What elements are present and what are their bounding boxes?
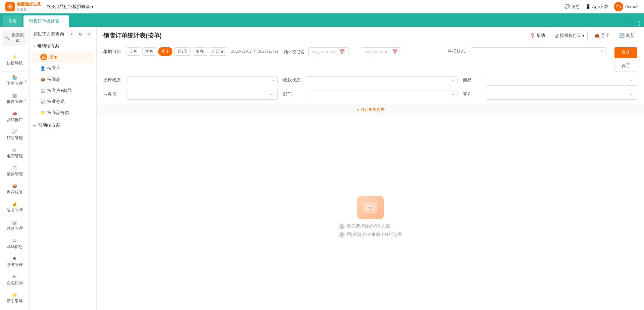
sidebar-item-enterprise[interactable]: 🏛 企业协同 xyxy=(2,272,27,289)
delivery-start-calendar-icon[interactable]: 📅 xyxy=(339,49,345,54)
sidebar-item-apps[interactable]: 🔲 应用中心 xyxy=(2,308,27,310)
tree-item-by-customer-product-label: 按客户+商品 xyxy=(47,88,72,94)
tree-item-by-salesperson-label: 按业务员 xyxy=(47,99,65,105)
app-download-button[interactable]: 📱 App下载 xyxy=(585,4,608,10)
left-panel-title: 按以下方案查询 xyxy=(34,31,64,37)
sidebar: 🔍 搜索菜单 ⚡ 快捷导航 🏪 零售管理 ▾ 🏢 批发管理 ▴ 📣 营销推广 📈 xyxy=(0,27,30,310)
expected-delivery-start-input[interactable]: yyyy-mm-dd 📅 xyxy=(308,47,348,56)
content-area: 按以下方案查询 + ⚙ « ▾ 电脑端方案 按 按单 👤 xyxy=(30,27,644,310)
logo-area: 畅捷通好生意 标准版 xyxy=(5,1,41,12)
basics-icon: 🗂 xyxy=(13,238,17,243)
print-icon: 🖨 xyxy=(555,33,559,38)
payment-status-group: 收款状态 ▾ xyxy=(283,76,458,84)
svg-point-3 xyxy=(371,207,372,208)
by-salesperson-icon: 📊 xyxy=(40,99,45,104)
workspace-selector[interactable]: 办公用品行业模拟账套 ▾ xyxy=(44,2,96,11)
sidebar-item-inventory[interactable]: 📦 库存核算 xyxy=(2,181,27,198)
refresh-label: 刷新 xyxy=(626,33,635,39)
quick-nav-icon: ⚡ xyxy=(12,55,17,59)
tree-item-by-order[interactable]: 按 按单 xyxy=(32,51,94,63)
date-btn-custom[interactable]: 自定义 xyxy=(209,47,227,56)
salesperson-dots-icon[interactable]: ··· xyxy=(270,91,274,97)
customer-dots-icon[interactable]: ··· xyxy=(629,91,634,97)
collapse-bar[interactable]: ∧ 收起更多条件 xyxy=(97,104,644,115)
sidebar-item-operations[interactable]: 📊 经营管理 xyxy=(2,217,27,234)
expected-delivery-end-input[interactable]: yyyy-mm-dd 📅 xyxy=(361,47,401,56)
export-button[interactable]: 📤 导出 xyxy=(592,31,612,40)
date-btn-last-7-days[interactable]: 近7天 xyxy=(174,47,191,56)
tree-item-by-customer-product[interactable]: 📋 按客户+商品 xyxy=(32,85,94,96)
refresh-button[interactable]: 🔄 刷新 xyxy=(616,31,637,40)
sidebar-item-sales[interactable]: 📈 销售管理 xyxy=(2,127,27,144)
sidebar-retail-label: 零售管理 xyxy=(7,81,23,87)
newbie-icon: 🌟 xyxy=(12,293,17,297)
wholesale-icon: 🏢 xyxy=(12,93,17,98)
print-button[interactable]: 🖨 按模板打印 ▾ xyxy=(552,31,588,40)
tab-active[interactable]: 销售订单统计表 × xyxy=(23,15,69,27)
setting-button[interactable]: 设置 xyxy=(614,60,637,71)
date-btn-more[interactable]: 更多 xyxy=(193,47,207,56)
date-btn-this-month[interactable]: 本月 xyxy=(142,47,156,56)
add-scheme-button[interactable]: + xyxy=(68,31,75,38)
tree-section-mobile-header[interactable]: ▶ 移动端方案 xyxy=(32,120,94,130)
tree-section-mobile: ▶ 移动端方案 xyxy=(32,120,94,130)
sidebar-search-label: 搜索菜单 xyxy=(11,32,24,44)
message-button[interactable]: 💬 消息 xyxy=(565,4,580,10)
tab-maximize-btn[interactable]: ⛶ xyxy=(635,21,640,27)
page-header-row: 销售订单统计表(按单) ❓ 帮助 🖨 按模板打印 ▾ 📤 xyxy=(103,31,637,40)
customer-label: 客户 xyxy=(463,91,483,97)
date-btn-last-month[interactable]: 上月 xyxy=(126,47,140,56)
status-select[interactable]: ▾ xyxy=(471,47,606,55)
sidebar-item-ecommerce[interactable]: 🛒 电商管理 xyxy=(2,145,27,162)
by-product-icon: 📦 xyxy=(40,77,45,82)
system-icon: ⚙ xyxy=(13,256,16,261)
tree-section-pc: ▾ 电脑端方案 按 按单 👤 按客户 📦 按商品 📋 按客户+商品 xyxy=(32,41,94,118)
department-select[interactable]: ▾ xyxy=(306,91,458,98)
sidebar-item-purchase[interactable]: 📋 采购管理 xyxy=(2,163,27,180)
sidebar-item-wholesale[interactable]: 🏢 批发管理 ▴ xyxy=(2,91,27,107)
customer-input[interactable]: ··· xyxy=(486,89,637,100)
salesperson-input[interactable]: ··· xyxy=(126,89,278,100)
sidebar-item-finance[interactable]: 💰 资金管理 xyxy=(2,199,27,216)
delivery-status-select[interactable]: ▾ xyxy=(126,76,278,84)
sidebar-item-marketing[interactable]: 📣 营销推广 xyxy=(2,109,27,125)
date-btn-this-year[interactable]: 本年 xyxy=(158,47,172,56)
retail-icon: 🏪 xyxy=(12,75,17,80)
by-product-category-icon: 📁 xyxy=(40,110,45,115)
product-dots-icon[interactable]: ··· xyxy=(629,77,634,83)
search-icon: 🔍 xyxy=(5,36,10,40)
tree-item-by-salesperson[interactable]: 📊 按业务员 xyxy=(32,96,94,107)
date-filter-group: 单据日期 上月 本月 本年 近7天 更多 自定义 2023-01-01 至 20… xyxy=(103,47,278,56)
sidebar-item-basics[interactable]: 🗂 基础信息 xyxy=(2,236,27,252)
tree-item-by-product[interactable]: 📦 按商品 xyxy=(32,74,94,85)
settings-scheme-button[interactable]: ⚙ xyxy=(77,31,84,38)
wholesale-expand-icon: ▴ xyxy=(25,97,26,101)
delivery-end-calendar-icon[interactable]: 📅 xyxy=(392,49,397,54)
collapse-panel-button[interactable]: « xyxy=(86,31,92,38)
status-select-arrow: ▾ xyxy=(601,49,603,53)
payment-status-select[interactable]: ▾ xyxy=(306,76,458,84)
tab-home-label: 首页 xyxy=(8,18,17,23)
tab-home[interactable]: 首页 xyxy=(3,15,22,27)
sidebar-item-newbie[interactable]: 🌟 新手引导 xyxy=(2,290,27,307)
help-button[interactable]: ❓ 帮助 xyxy=(527,31,548,40)
tab-minimize-btn[interactable]: — xyxy=(627,21,632,27)
sidebar-item-system[interactable]: ⚙ 系统管理 xyxy=(2,254,27,270)
user-profile-button[interactable]: Ea demo2 xyxy=(614,2,639,11)
tree-item-by-product-category[interactable]: 📁 按商品分类 xyxy=(32,107,94,118)
sidebar-sales-label: 销售管理 xyxy=(7,135,23,141)
empty-hint-list: 1 请先选择要分析的方案 2 用[过滤]条件来缩小分析范围 xyxy=(339,223,401,240)
tree-section-pc-label: 电脑端方案 xyxy=(37,43,59,49)
sidebar-item-quick-nav[interactable]: ⚡ 快捷导航 xyxy=(2,52,27,69)
tree-section-pc-header[interactable]: ▾ 电脑端方案 xyxy=(32,41,94,51)
query-button[interactable]: 查询 xyxy=(614,47,637,58)
tree-item-by-customer[interactable]: 👤 按客户 xyxy=(32,63,94,74)
product-group: 商品 ··· xyxy=(463,75,637,86)
export-label: 导出 xyxy=(601,33,610,39)
product-input[interactable]: ··· xyxy=(486,75,637,86)
tab-close-icon[interactable]: × xyxy=(61,19,64,23)
sidebar-search-btn[interactable]: 🔍 搜索菜单 xyxy=(3,30,26,46)
page-header: 销售订单统计表(按单) ❓ 帮助 🖨 按模板打印 ▾ 📤 xyxy=(97,27,644,43)
left-panel: 按以下方案查询 + ⚙ « ▾ 电脑端方案 按 按单 👤 xyxy=(30,27,97,310)
sidebar-item-retail[interactable]: 🏪 零售管理 ▾ xyxy=(2,72,27,89)
